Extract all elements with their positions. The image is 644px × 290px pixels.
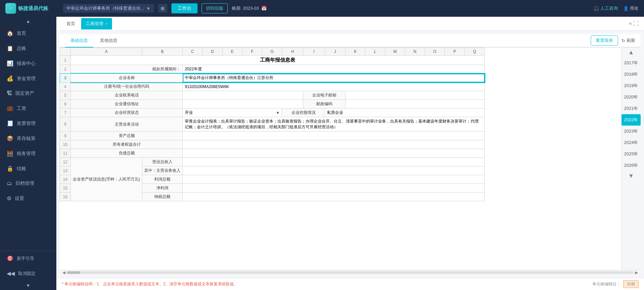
sidebar-item-assets[interactable]: 🏗 固定资产 [0,86,56,101]
tab-home[interactable]: 首页 [62,18,80,29]
sidebar-item-salary[interactable]: 💼 工资 [0,101,56,116]
reset-report-button[interactable]: 重置报表 [591,35,618,46]
col-header-K[interactable]: K [345,48,365,56]
logo-icon: ✦ [5,3,16,14]
col-header-O[interactable]: O [425,48,445,56]
col-header-H[interactable]: H [282,48,303,56]
assets-total-value[interactable] [183,132,485,140]
sidebar-label-unpin: 取消固定 [18,271,36,277]
scroll-right-button[interactable]: ▶ [634,270,639,275]
company-selector[interactable]: 中审众环会计师事务所（特殊普通合伙... ▼ [63,4,154,13]
tab-other-info[interactable]: 其他信息 [95,34,123,48]
col-header-L[interactable]: L [365,48,385,56]
sidebar-item-inventory[interactable]: 📦 库存核算 [0,131,56,146]
sidebar-scroll-up[interactable]: ▲ [0,17,56,26]
biz-status-value[interactable]: 开业 ▼ [183,108,282,117]
col-header-B[interactable]: B [142,48,183,56]
sidebar-item-settings[interactable]: ⚙ 设置 [0,191,56,206]
col-header-Q[interactable]: Q [465,48,484,56]
sidebar-item-home[interactable]: 🏠 首页 [0,26,56,41]
profit-total-value[interactable] [183,175,485,184]
table-row: 1 工商年报信息表 [60,56,485,65]
tax-total-value[interactable] [183,193,485,201]
tab-basic-info[interactable]: 基础信息 [65,34,93,48]
biz-activity-value[interactable]: 审查企业会计报表；出具审计报告；验证企业资本；出具验资报告；办理企业合开、分立、… [183,117,485,132]
liability-value[interactable] [183,149,485,158]
scroll-track[interactable] [67,271,634,274]
col-header-C[interactable]: C [183,48,203,56]
year-item-2019[interactable]: 2019年 [622,80,641,91]
sidebar-label-invoice: 发票管理 [17,121,36,127]
year-item-2017[interactable]: 2017年 [622,57,641,69]
year-item-2024[interactable]: 2024年 [622,137,641,148]
col-header-I[interactable]: I [303,48,325,56]
email-value[interactable] [345,91,485,100]
ownership-value[interactable]: 私营企业 [325,108,485,117]
sidebar-label-assets: 固定资产 [15,90,34,96]
sidebar-item-close[interactable]: 🔒 结账 [0,161,56,176]
calendar-icon[interactable]: 📅 [261,6,267,11]
horizontal-scrollbar[interactable]: ◀ ▶ [60,270,641,275]
net-profit-value[interactable] [183,184,485,193]
col-header-N[interactable]: N [405,48,425,56]
phone-value[interactable] [183,91,303,100]
year-item-2018[interactable]: 2018年 [622,69,641,80]
window-close-button[interactable]: × [629,21,632,27]
col-header-E[interactable]: E [222,48,242,56]
revenue-total-value[interactable] [183,158,485,166]
tab-gongshang[interactable]: 工商管理 × [81,18,112,29]
col-header-M[interactable]: M [385,48,405,56]
year-item-2023[interactable]: 2023年 [622,126,641,137]
sidebar-item-finance[interactable]: 💰 资金管理 [0,71,56,86]
address-value[interactable] [183,100,303,108]
sidebar-item-guide[interactable]: 🎯 新手引导 [0,251,56,266]
sidebar-item-report[interactable]: 📊 报表中心 [0,56,56,71]
year-item-2026[interactable]: 2026年 [622,160,641,171]
col-header-P[interactable]: P [445,48,465,56]
sheet-main[interactable]: A B C D E F G H I J K L [60,48,621,270]
col-header-D[interactable]: D [203,48,222,56]
col-header-J[interactable]: J [325,48,345,56]
phone-label: 企业联系电话 [71,91,183,100]
company-name-value[interactable]: 中审众环会计师事务所（特殊普通合伙）江苏分所 [183,74,485,82]
equity-total-value[interactable] [183,140,485,149]
col-header-F[interactable]: F [242,48,262,56]
ownership-label: 企业控股情况 [282,108,325,117]
table-row: 10 所有者权益合计 [60,140,485,149]
workbench-button[interactable]: 工作台 [171,3,198,13]
postal-value[interactable] [345,100,485,108]
switch-version-button[interactable]: 切到旧版 [202,3,228,13]
sidebar-item-tax[interactable]: 🧮 税务管理 [0,146,56,161]
sidebar-item-invoice[interactable]: 🧾 发票管理 [0,116,56,131]
year-item-2022[interactable]: 2022年 [622,114,641,126]
sidebar-label-inventory: 库存核算 [17,136,36,142]
scroll-left-button[interactable]: ◀ [61,270,67,275]
col-header-A[interactable]: A [71,48,142,56]
sidebar-item-ledger[interactable]: 📋 总账 [0,41,56,56]
reg-code-value[interactable]: 91320100MA208E5W6K [183,82,485,91]
table-row: 5 企业联系电话 企业电子邮箱 [60,91,485,100]
window-expand-button[interactable]: ⛶ [633,21,639,27]
scroll-thumb[interactable] [67,271,80,274]
tax-period-value[interactable]: 2022年度 [183,65,485,74]
consult-button[interactable]: 🎧 人工咨询 [594,5,618,11]
company-name-label: 企业名称 [71,74,183,82]
sidebar-label-salary: 工资 [17,105,26,112]
year-item-2021[interactable]: 2021年 [622,103,641,114]
main-revenue-value[interactable] [183,166,485,175]
year-scroll-down-button[interactable]: ▼ [627,171,636,181]
year-item-2020[interactable]: 2020年 [622,91,641,103]
sidebar-item-archive[interactable]: 🗂 归档管理 [0,176,56,191]
report-icon: 📊 [7,60,13,67]
year-scroll-up-button[interactable]: ▲ [627,48,636,57]
year-item-2025[interactable]: 2025年 [622,148,641,160]
col-header-G[interactable]: G [262,48,282,56]
postal-label: 邮政编码 [303,100,345,108]
tab-close-icon[interactable]: × [105,22,107,26]
table-title-cell[interactable]: 工商年报信息表 [71,56,485,65]
sidebar-scroll-down[interactable]: ▼ [0,281,56,290]
company-icon-button[interactable]: ⊞ [158,4,167,13]
sidebar-item-unpin[interactable]: ◀◀ 取消固定 [0,266,56,281]
user-menu[interactable]: 👤 用友 [623,5,639,11]
refresh-button[interactable]: ↻ 刷新 [622,38,635,44]
